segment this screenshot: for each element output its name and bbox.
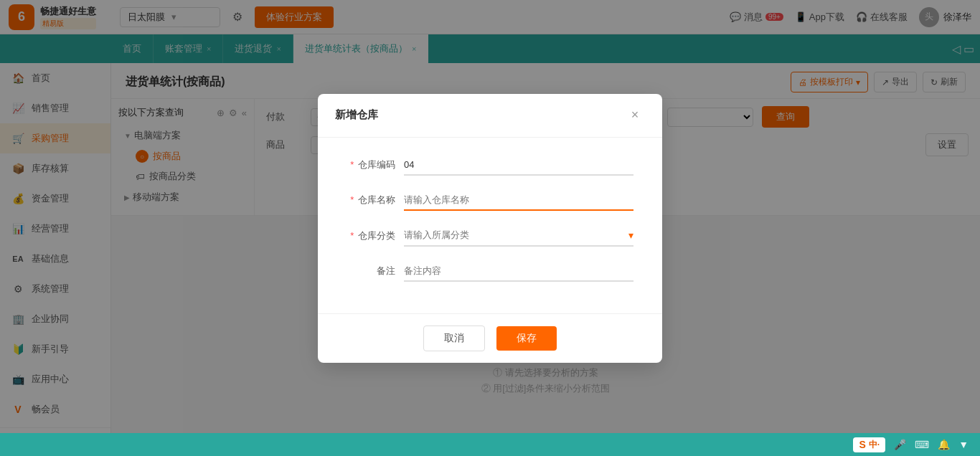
- form-label-category: * 仓库分类: [347, 229, 404, 242]
- category-select-input[interactable]: [404, 229, 628, 240]
- modal-title: 新增仓库: [335, 108, 378, 122]
- microphone-icon[interactable]: 🎤: [894, 439, 906, 450]
- form-row-note: 备注: [347, 261, 633, 282]
- form-label-name: * 仓库名称: [347, 194, 404, 206]
- form-label-code: * 仓库编码: [347, 158, 404, 171]
- bottom-brand: S 中·: [853, 437, 885, 452]
- bottom-bar: S 中· 🎤 ⌨ 🔔 ▼: [0, 433, 980, 456]
- category-select-wrapper[interactable]: ▾: [404, 225, 633, 247]
- form-row-name: * 仓库名称: [347, 190, 633, 211]
- modal-body: * 仓库编码 * 仓库名称 * 仓库分类: [318, 138, 662, 313]
- category-dropdown-icon: ▾: [628, 229, 633, 241]
- modal-footer: 取消 保存: [318, 313, 662, 363]
- modal-close-button[interactable]: ×: [625, 105, 645, 125]
- warehouse-code-input[interactable]: [404, 155, 633, 176]
- notification-icon[interactable]: 🔔: [938, 439, 950, 450]
- save-button[interactable]: 保存: [496, 326, 557, 351]
- form-row-code: * 仓库编码: [347, 155, 633, 176]
- filter-icon[interactable]: ▼: [958, 439, 969, 450]
- keyboard-icon[interactable]: ⌨: [915, 439, 929, 450]
- form-label-note: 备注: [347, 265, 404, 277]
- modal-header: 新增仓库 ×: [318, 94, 662, 138]
- cancel-button[interactable]: 取消: [423, 326, 485, 351]
- form-row-category: * 仓库分类 ▾: [347, 225, 633, 247]
- warehouse-note-input[interactable]: [404, 261, 633, 282]
- warehouse-name-input[interactable]: [404, 190, 633, 211]
- modal-overlay[interactable]: 新增仓库 × * 仓库编码 * 仓库名称: [0, 0, 980, 456]
- add-warehouse-modal: 新增仓库 × * 仓库编码 * 仓库名称: [318, 94, 662, 363]
